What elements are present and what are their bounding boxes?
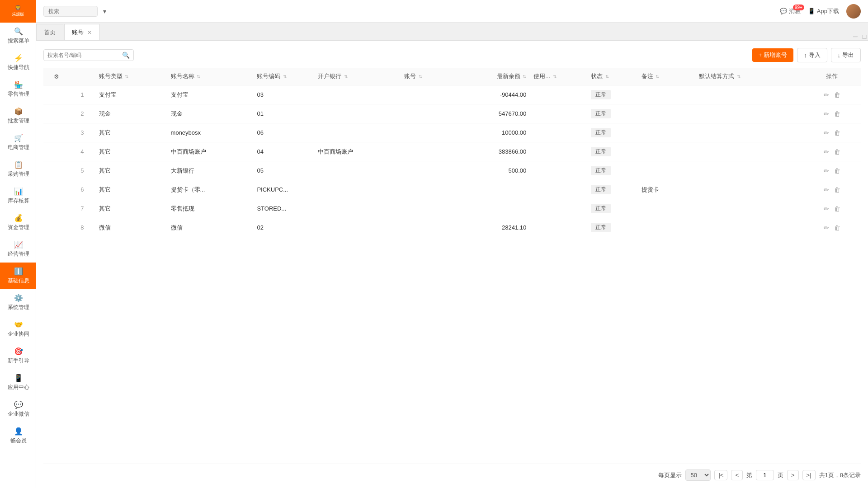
last-page-button[interactable]: >|	[802, 470, 816, 480]
row-status: 正常	[587, 180, 637, 199]
import-label: 导入	[809, 51, 821, 59]
user-avatar[interactable]	[846, 4, 861, 19]
sidebar-item-ecommerce[interactable]: 🛒 电商管理	[0, 129, 36, 156]
row-name: 大新银行	[167, 161, 254, 180]
row-actions: ✏ 🗑	[803, 199, 861, 218]
row-type: 现金	[95, 104, 167, 123]
delete-button[interactable]: 🗑	[832, 147, 842, 156]
maximize-button[interactable]: □	[861, 33, 868, 40]
sidebar-item-basic[interactable]: ℹ️ 基础信息	[0, 263, 36, 289]
delete-button[interactable]: 🗑	[832, 185, 842, 194]
row-settings	[43, 199, 69, 218]
sidebar-item-quicknav[interactable]: ⚡ 快捷导航	[0, 49, 36, 76]
col-balance-header[interactable]: 最新余额 ⇅	[458, 68, 530, 85]
tab-close-icon[interactable]: ✕	[87, 29, 92, 36]
row-account	[401, 85, 458, 104]
row-settings	[43, 142, 69, 161]
tab-home-label: 首页	[44, 28, 56, 37]
wholesale-icon: 📦	[14, 107, 23, 116]
row-actions: ✏ 🗑	[803, 123, 861, 142]
col-status-header[interactable]: 状态 ⇅	[587, 68, 637, 85]
row-code: PICKUPC...	[253, 180, 314, 199]
col-name-header[interactable]: 账号名称 ⇅	[167, 68, 254, 85]
first-page-button[interactable]: |<	[714, 470, 727, 480]
col-settlement-header[interactable]: 默认结算方式 ⇅	[695, 68, 803, 85]
sidebar-item-wholesale[interactable]: 📦 批发管理	[0, 103, 36, 129]
delete-button[interactable]: 🗑	[832, 109, 842, 118]
row-index: 2	[69, 104, 95, 123]
col-usage-header[interactable]: 使用... ⇅	[530, 68, 587, 85]
sidebar-item-label: 资金管理	[8, 224, 29, 231]
search-icon: 🔍	[122, 52, 130, 59]
row-balance	[458, 199, 530, 218]
row-status: 正常	[587, 218, 637, 237]
row-actions: ✏ 🗑	[803, 85, 861, 104]
delete-button[interactable]: 🗑	[832, 166, 842, 175]
next-page-button[interactable]: >	[787, 470, 799, 480]
sidebar-item-operations[interactable]: 📈 经营管理	[0, 236, 36, 263]
row-settings	[43, 218, 69, 237]
import-button[interactable]: ↑ 导入	[797, 48, 827, 62]
purchase-icon: 📋	[14, 160, 23, 169]
add-button-label: + 新增账号	[759, 51, 787, 59]
edit-button[interactable]: ✏	[822, 109, 831, 118]
edit-button[interactable]: ✏	[822, 223, 831, 232]
row-actions: ✏ 🗑	[803, 218, 861, 237]
tab-bar: 首页 账号 ✕ ─ □	[36, 23, 868, 41]
edit-button[interactable]: ✏	[822, 147, 831, 156]
edit-button[interactable]: ✏	[822, 128, 831, 137]
table-row: 4 其它 中百商场账户 04 中百商场账户 383866.00 正常 ✏ 🗑	[43, 142, 861, 161]
page-input[interactable]	[756, 470, 774, 480]
col-code-header[interactable]: 账号编码 ⇅	[253, 68, 314, 85]
tab-account[interactable]: 账号 ✕	[64, 24, 99, 40]
prev-page-button[interactable]: <	[731, 470, 743, 480]
delete-button[interactable]: 🗑	[832, 223, 842, 232]
search-nav-icon: 🔍	[14, 27, 23, 36]
top-search-input[interactable]	[43, 6, 98, 17]
minimize-button[interactable]: ─	[852, 33, 859, 40]
edit-button[interactable]: ✏	[822, 204, 831, 213]
row-settlement	[695, 161, 803, 180]
edit-button[interactable]: ✏	[822, 166, 831, 175]
sidebar-item-member[interactable]: 👤 畅会员	[0, 422, 36, 449]
sidebar-item-guide[interactable]: 🎯 新手引导	[0, 343, 36, 369]
tab-home[interactable]: 首页	[36, 24, 63, 40]
per-page-select[interactable]: 50 100	[685, 469, 711, 481]
row-name: moneybosx	[167, 123, 254, 142]
col-account-header[interactable]: 账号 ⇅	[401, 68, 458, 85]
edit-button[interactable]: ✏	[822, 185, 831, 194]
delete-button[interactable]: 🗑	[832, 90, 842, 99]
sidebar-item-appstore[interactable]: 📱 应用中心	[0, 369, 36, 396]
sidebar-item-finance[interactable]: 💰 资金管理	[0, 209, 36, 236]
row-status: 正常	[587, 161, 637, 180]
sidebar-item-inventory[interactable]: 📊 库存核算	[0, 183, 36, 209]
delete-button[interactable]: 🗑	[832, 204, 842, 213]
row-note	[638, 161, 695, 180]
sidebar-item-label: 应用中心	[8, 384, 29, 391]
table-row: 2 现金 现金 01 547670.00 正常 ✏ 🗑	[43, 104, 861, 123]
row-bank	[314, 104, 401, 123]
export-button[interactable]: ↓ 导出	[831, 48, 861, 62]
delete-button[interactable]: 🗑	[832, 128, 842, 137]
dropdown-button[interactable]: ▾	[103, 8, 106, 15]
sidebar-item-wechat[interactable]: 💬 企业微信	[0, 396, 36, 422]
col-bank-header[interactable]: 开户银行 ⇅	[314, 68, 401, 85]
sidebar-item-agreement[interactable]: 🤝 企业协同	[0, 316, 36, 343]
add-account-button[interactable]: + 新增账号	[752, 48, 793, 62]
row-code: STORED...	[253, 199, 314, 218]
sidebar-item-purchase[interactable]: 📋 采购管理	[0, 156, 36, 183]
member-icon: 👤	[14, 427, 23, 436]
row-status: 正常	[587, 199, 637, 218]
search-input[interactable]	[47, 52, 122, 58]
col-note-header[interactable]: 备注 ⇅	[638, 68, 695, 85]
row-note	[638, 104, 695, 123]
col-settings[interactable]: ⚙	[43, 68, 69, 85]
app-download-button[interactable]: 📱 App下载	[808, 7, 839, 15]
message-button[interactable]: 💬 消息 99+	[780, 7, 801, 15]
col-type-header[interactable]: 账号类型 ⇅	[95, 68, 167, 85]
sidebar-item-retail[interactable]: 🏪 零售管理	[0, 76, 36, 103]
sidebar-item-search[interactable]: 🔍 搜索菜单	[0, 23, 36, 49]
row-account	[401, 180, 458, 199]
sidebar-item-system[interactable]: ⚙️ 系统管理	[0, 289, 36, 316]
edit-button[interactable]: ✏	[822, 90, 831, 99]
